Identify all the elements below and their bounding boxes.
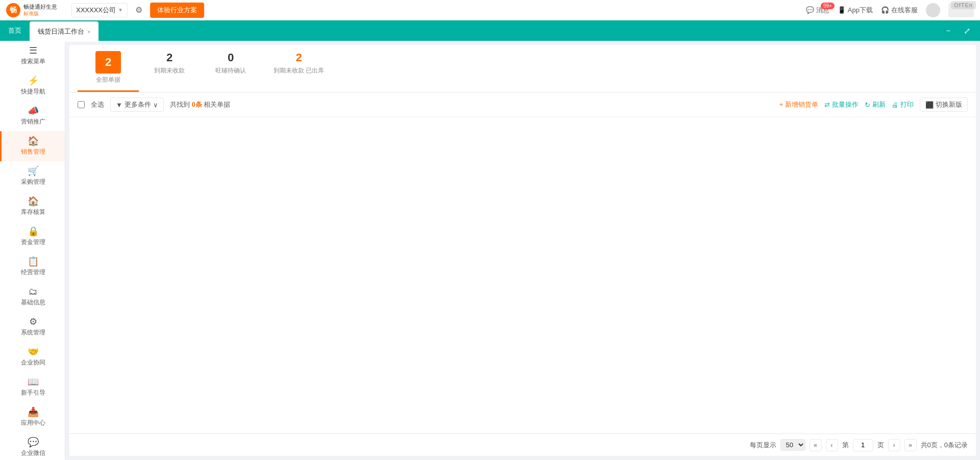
stat-label-pending: 旺辅待确认 (215, 66, 246, 75)
logo-line2: 标准版 (23, 10, 57, 17)
sidebar-item-enterprise[interactable]: 🤝 企业协同 (0, 342, 65, 372)
experience-button[interactable]: 体验行业方案 (150, 3, 204, 18)
print-button[interactable]: 🖨 打印 (892, 100, 914, 109)
page-label: 第 (842, 441, 849, 450)
page-size-select[interactable]: 50 (780, 439, 805, 451)
batch-icon: ⇄ (824, 101, 830, 109)
sidebar-item-inventory[interactable]: 🏠 库存核算 (0, 191, 65, 222)
stats-tabs: 2 全部单据 2 到期未收款 0 旺辅待确认 2 到期未收款 已出库 (69, 45, 976, 92)
sidebar-item-sales[interactable]: 🏠 销售管理 (0, 131, 65, 161)
sidebar-item-search-menu[interactable]: ☰ 搜索菜单 (0, 41, 65, 71)
sidebar-item-basic-info[interactable]: 🗂 基础信息 (0, 282, 65, 312)
guide-icon: 📖 (28, 377, 39, 386)
wechat-label: 企业微信 (21, 449, 45, 457)
sidebar-item-purchase[interactable]: 🛒 采购管理 (0, 161, 65, 191)
purchase-icon: 🛒 (28, 166, 39, 176)
next-page-button[interactable]: › (888, 439, 900, 451)
tab-minimize-icon[interactable]: － (941, 23, 955, 38)
system-icon: ⚙ (29, 317, 37, 326)
sidebar-item-system[interactable]: ⚙ 系统管理 (0, 312, 65, 342)
search-menu-label: 搜索菜单 (21, 57, 45, 66)
company-name: XXXXXX公司 (76, 6, 116, 15)
sidebar-item-finance[interactable]: 🔒 资金管理 (0, 222, 65, 252)
top-right-area: 💬 消息 99+ 📱 App下载 🎧 在线客服 OfTEn (806, 3, 974, 17)
pagination: 每页显示 50 « ‹ 第 页 › » 共0页，0条记录 (69, 433, 976, 456)
filter-button[interactable]: ▼ 更多条件 ∨ (110, 98, 164, 112)
operation-label: 经营管理 (21, 268, 45, 277)
last-page-button[interactable]: » (904, 439, 917, 451)
sidebar-item-quick-nav[interactable]: ⚡ 快捷导航 (0, 71, 65, 101)
sidebar-item-app-center[interactable]: 📥 应用中心 (0, 402, 65, 432)
sidebar-item-marketing[interactable]: 📣 营销推广 (0, 101, 65, 131)
top-bar: 畅 畅捷通好生意 标准版 XXXXXX公司 ▼ ⚙ 体验行业方案 💬 消息 99… (0, 0, 980, 20)
toolbar-right: + 新增销货单 ⇄ 批量操作 ↻ 刷新 🖨 打印 ⬛ (779, 98, 968, 112)
stat-tab-all[interactable]: 2 全部单据 (78, 45, 139, 92)
refresh-label: 刷新 (872, 100, 886, 109)
tab-workbench[interactable]: 钱货日清工作台 × (30, 21, 99, 42)
stat-num-pending: 0 (228, 51, 234, 64)
company-selector[interactable]: XXXXXX公司 ▼ (71, 3, 128, 17)
message-item[interactable]: 💬 消息 99+ (806, 6, 829, 15)
sidebar-item-operation[interactable]: 📋 经营管理 (0, 252, 65, 282)
stat-tab-shipped[interactable]: 2 到期未收款 已出库 (261, 45, 336, 92)
page-suffix: 页 (877, 441, 884, 450)
enterprise-label: 企业协同 (21, 358, 45, 367)
logo-line1: 畅捷通好生意 (23, 3, 57, 10)
switch-label: 切换新版 (936, 100, 962, 109)
basic-info-label: 基础信息 (21, 298, 45, 307)
page-size-label: 每页显示 (750, 441, 776, 450)
marketing-icon: 📣 (28, 106, 39, 115)
sidebar-item-wechat[interactable]: 💬 企业微信 (0, 432, 65, 460)
sidebar-item-guide[interactable]: 📖 新手引导 (0, 372, 65, 402)
tab-maximize-icon[interactable]: ⤢ (960, 23, 974, 38)
search-menu-icon: ☰ (29, 46, 37, 55)
purchase-label: 采购管理 (21, 178, 45, 186)
online-service-label: 在线客服 (891, 6, 918, 15)
add-sales-order-button[interactable]: + 新增销货单 (779, 100, 818, 109)
marketing-label: 营销推广 (21, 117, 45, 126)
table-area (69, 117, 976, 433)
tab-close-icon[interactable]: × (87, 29, 90, 35)
sales-icon: 🏠 (28, 136, 39, 146)
refresh-icon: ↻ (865, 101, 870, 109)
current-page-input[interactable] (853, 439, 873, 451)
main-content: 2 全部单据 2 到期未收款 0 旺辅待确认 2 到期未收款 已出库 (65, 41, 980, 460)
app-download-item[interactable]: 📱 App下载 (838, 6, 873, 15)
prev-page-button[interactable]: ‹ (826, 439, 838, 451)
switch-version-button[interactable]: ⬛ 切换新版 (920, 98, 968, 112)
filter-label: 更多条件 (125, 100, 151, 109)
guide-label: 新手引导 (21, 389, 45, 397)
logo-text: 畅捷通好生意 标准版 (23, 3, 57, 17)
stat-tab-pending[interactable]: 0 旺辅待确认 (200, 45, 261, 92)
system-label: 系统管理 (21, 328, 45, 337)
stat-num-shipped: 2 (296, 51, 302, 64)
refresh-button[interactable]: ↻ 刷新 (865, 100, 886, 109)
found-suffix: 相关单据 (204, 101, 230, 108)
quick-nav-icon: ⚡ (28, 76, 39, 85)
inventory-label: 库存核算 (21, 208, 45, 216)
batch-operation-button[interactable]: ⇄ 批量操作 (824, 100, 859, 109)
pagination-total: 共0页，0条记录 (921, 441, 968, 450)
app-download-label: App下载 (848, 6, 873, 15)
first-page-button[interactable]: « (810, 439, 822, 451)
add-sales-order-label: + 新增销货单 (779, 100, 818, 109)
headset-icon: 🎧 (881, 6, 889, 14)
quick-nav-label: 快捷导航 (21, 87, 45, 96)
dropdown-arrow-icon: ▼ (118, 7, 123, 13)
avatar[interactable] (926, 3, 940, 17)
found-prefix: 共找到 (170, 101, 190, 108)
switch-icon: ⬛ (925, 101, 934, 109)
stat-tab-overdue[interactable]: 2 到期未收款 (139, 45, 200, 92)
select-all-checkbox[interactable] (78, 101, 85, 108)
finance-icon: 🔒 (28, 227, 39, 236)
operation-icon: 📋 (28, 257, 39, 266)
stat-label-overdue: 到期未收款 (154, 66, 185, 75)
settings-icon[interactable]: ⚙ (132, 3, 146, 17)
tab-workbench-label: 钱货日清工作台 (38, 27, 84, 36)
online-service-item[interactable]: 🎧 在线客服 (881, 6, 918, 15)
tab-home[interactable]: 首页 (0, 20, 30, 41)
wechat-icon: 💬 (28, 438, 39, 447)
content-area: 2 全部单据 2 到期未收款 0 旺辅待确认 2 到期未收款 已出库 (69, 45, 976, 456)
sidebar: ☰ 搜索菜单 ⚡ 快捷导航 📣 营销推广 🏠 销售管理 🛒 采购管理 🏠 库存核… (0, 41, 65, 460)
app-center-label: 应用中心 (21, 419, 45, 427)
